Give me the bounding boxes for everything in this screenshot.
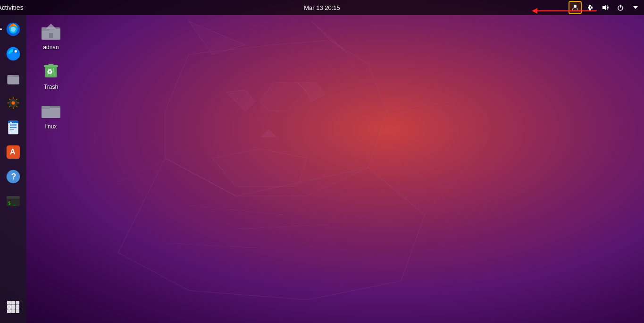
sidebar-item-firefox[interactable] (3, 19, 24, 40)
sidebar-item-software-center[interactable]: A (3, 142, 24, 162)
power-icon (617, 4, 624, 11)
help-icon: ? (6, 169, 21, 184)
volume-panel-icon[interactable] (599, 1, 612, 14)
svg-rect-42 (8, 76, 19, 84)
svg-point-38 (11, 27, 16, 32)
svg-rect-24 (589, 8, 591, 10)
svg-rect-66 (11, 305, 15, 309)
svg-text:?: ? (11, 172, 17, 181)
svg-rect-43 (8, 75, 13, 77)
apps-grid-icon (6, 299, 21, 314)
network-panel-icon[interactable] (584, 1, 597, 14)
svg-rect-60 (7, 196, 20, 198)
volume-icon (602, 4, 609, 11)
svg-point-46 (11, 101, 15, 104)
desktop (0, 0, 644, 323)
home-folder-icon (40, 19, 62, 42)
activities-button[interactable]: Activities (4, 0, 17, 15)
show-applications-button[interactable] (3, 297, 24, 317)
svg-marker-74 (45, 24, 57, 29)
svg-rect-67 (16, 305, 19, 309)
linux-label: linux (43, 123, 59, 130)
desktop-icon-adnan[interactable]: adnan (32, 19, 70, 51)
svg-rect-27 (589, 5, 591, 6)
svg-rect-86 (42, 106, 50, 109)
network-icon (586, 4, 594, 11)
software-center-icon: A (6, 144, 21, 160)
terminal-icon: $ _ (6, 194, 21, 209)
panel-left: Activities (0, 0, 17, 15)
svg-rect-25 (588, 7, 590, 8)
sidebar-item-libreoffice-writer[interactable]: W (3, 117, 24, 138)
svg-marker-32 (602, 5, 606, 10)
svg-rect-68 (7, 309, 11, 313)
panel-right (569, 0, 644, 15)
svg-line-15 (377, 149, 425, 182)
thunderbird-icon (6, 46, 21, 61)
svg-point-40 (15, 50, 17, 52)
top-panel: Activities Mar 13 20:15 (0, 0, 644, 15)
svg-rect-79 (49, 64, 54, 66)
panel-dropdown-icon[interactable] (629, 1, 642, 14)
desktop-icon-linux[interactable]: linux (32, 98, 70, 130)
svg-rect-26 (591, 7, 593, 8)
svg-rect-64 (16, 301, 19, 305)
panel-datetime[interactable]: Mar 13 20:15 (304, 4, 340, 11)
libreoffice-writer-icon: W (6, 120, 21, 135)
svg-text:$ _: $ _ (8, 201, 16, 205)
rhythmbox-icon (6, 95, 21, 110)
svg-line-18 (425, 149, 481, 215)
adnan-label: adnan (41, 43, 60, 51)
svg-line-16 (387, 102, 453, 111)
sidebar-item-terminal[interactable]: $ _ (3, 191, 24, 212)
svg-text:A: A (10, 148, 16, 156)
sidebar-item-rhythmbox[interactable] (3, 93, 24, 113)
trash-label: Trash (42, 83, 60, 91)
activities-label: Activities (0, 4, 24, 11)
firefox-icon (6, 22, 21, 37)
wallpaper-cat (94, 17, 519, 309)
datetime-label: Mar 13 20:15 (304, 4, 340, 11)
svg-rect-62 (7, 301, 11, 305)
sidebar: W A ? $ _ (0, 15, 26, 323)
svg-rect-69 (11, 309, 15, 313)
svg-marker-35 (633, 6, 638, 9)
svg-rect-70 (16, 309, 19, 313)
user-icon (571, 4, 579, 11)
svg-point-23 (574, 5, 577, 8)
linux-folder-icon (40, 98, 62, 121)
sidebar-item-help[interactable]: ? (3, 166, 24, 187)
svg-rect-65 (7, 305, 11, 309)
svg-rect-75 (49, 33, 53, 38)
trash-icon: ♻ (40, 59, 62, 81)
files-icon (6, 71, 21, 86)
user-panel-icon[interactable] (569, 1, 582, 14)
svg-line-17 (453, 102, 481, 149)
sidebar-item-files[interactable] (3, 68, 24, 89)
sidebar-item-thunderbird[interactable] (3, 43, 24, 64)
svg-rect-85 (42, 108, 60, 118)
svg-line-29 (590, 6, 592, 7)
desktop-icon-trash[interactable]: ♻ Trash (32, 59, 70, 91)
svg-line-28 (589, 6, 590, 7)
power-panel-icon[interactable] (614, 1, 627, 14)
chevron-down-icon (633, 5, 638, 10)
svg-rect-63 (11, 301, 15, 305)
desktop-icons-area: adnan ♻ Trash (32, 19, 70, 138)
